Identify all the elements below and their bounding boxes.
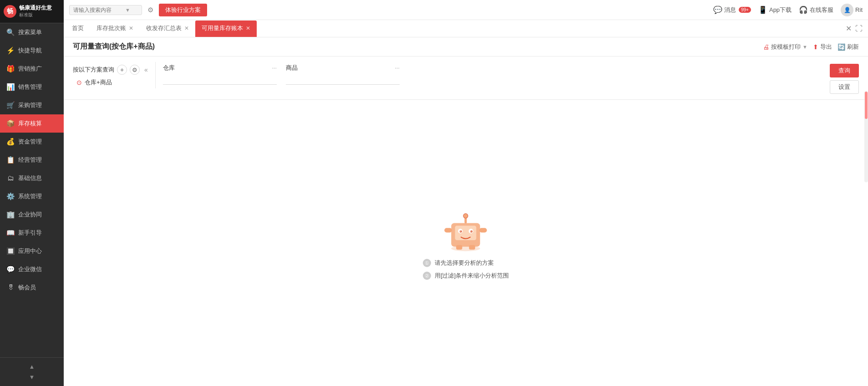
tab-batch-ledger[interactable]: 库存批次账 ✕ (90, 21, 140, 37)
tab-deposit-summary-close[interactable]: ✕ (184, 26, 189, 31)
window-close-icon[interactable]: ✕ (846, 24, 852, 33)
sidebar-item-app-center[interactable]: 🔲 应用中心 (0, 242, 64, 260)
tab-batch-ledger-close[interactable]: ✕ (129, 26, 133, 31)
empty-steps: ① 请先选择要分析的方案 ② 用[过滤]条件来缩小分析范围 (423, 259, 509, 280)
sidebar-item-wechat[interactable]: 💬 企业微信 (0, 260, 64, 278)
sidebar-item-member[interactable]: 🎖 畅会员 (0, 278, 64, 297)
filter-settings-button[interactable]: ⚙ (130, 65, 140, 75)
refresh-icon: 🔄 (838, 43, 845, 51)
sidebar-item-enterprise[interactable]: 🏢 企业协同 (0, 206, 64, 224)
product-filter-field: 商品 ··· (286, 64, 400, 85)
warehouse-field-label: 仓库 (163, 64, 175, 72)
sidebar-label-search: 搜索菜单 (18, 28, 42, 36)
print-chevron-icon: ▼ (802, 44, 807, 50)
tab-batch-ledger-label: 库存批次账 (96, 24, 126, 32)
app-download-action[interactable]: 📱 App下载 (758, 5, 792, 14)
empty-step-2: ② 用[过滤]条件来缩小分析范围 (423, 272, 509, 280)
step-2-num: ② (423, 272, 431, 280)
print-action[interactable]: 🖨 按模板打印 ▼ (763, 43, 807, 51)
online-service-action[interactable]: 🎧 在线客服 (799, 5, 833, 14)
filter-collapse-button[interactable]: « (142, 65, 150, 74)
sidebar-label-system: 系统管理 (18, 192, 42, 201)
content-area: 可用量查询(按仓库+商品) 🖨 按模板打印 ▼ ⬆ 导出 🔄 刷新 (64, 37, 868, 386)
sidebar-scroll-down[interactable]: ▼ (0, 372, 64, 382)
svg-rect-12 (469, 245, 475, 250)
empty-illustration (443, 206, 488, 252)
topbar-search-input[interactable] (73, 7, 123, 13)
right-scrollbar[interactable] (864, 91, 868, 182)
sidebar-item-sales[interactable]: 📊 销售管理 (0, 78, 64, 96)
filter-fields-section: 仓库 ··· 商品 ··· (156, 62, 822, 85)
warehouse-input[interactable] (163, 74, 277, 85)
sidebar-label-enterprise: 企业协同 (18, 211, 42, 219)
topbar-right: 💬 消息 99+ 📱 App下载 🎧 在线客服 👤 Rit (713, 4, 863, 16)
warehouse-field-more[interactable]: ··· (272, 65, 277, 71)
sidebar-item-inventory[interactable]: 📦 库存核算 (0, 114, 64, 133)
tab-deposit-summary-label: 收发存汇总表 (146, 24, 182, 32)
username-label: Rit (855, 6, 863, 13)
empty-step-1: ① 请先选择要分析的方案 (423, 259, 509, 267)
tab-available-ledger-label: 可用量库存账本 (202, 24, 243, 32)
scheme-label: 仓库+商品 (85, 78, 112, 87)
sidebar-item-procurement[interactable]: 🛒 采购管理 (0, 96, 64, 114)
search-chevron-icon: ▼ (125, 7, 130, 13)
tabs-bar: 首页 库存批次账 ✕ 收发存汇总表 ✕ 可用量库存账本 ✕ ✕ ⛶ (64, 20, 868, 37)
industry-solution-button[interactable]: 体验行业方案 (159, 4, 207, 16)
scheme-icon: ⊙ (76, 79, 82, 86)
warehouse-filter-field: 仓库 ··· (163, 64, 277, 85)
sidebar: 畅 畅康通好生意 标准版 🔍 搜索菜单 ⚡ 快捷导航 🎁 营销推广 📊 销售管理… (0, 0, 64, 386)
sidebar-item-search[interactable]: 🔍 搜索菜单 (0, 23, 64, 41)
sidebar-item-basic[interactable]: 🗂 基础信息 (0, 169, 64, 187)
step-1-text: 请先选择要分析的方案 (435, 259, 494, 267)
sidebar-label-marketing: 营销推广 (18, 65, 42, 73)
export-action[interactable]: ⬆ 导出 (813, 43, 832, 51)
sidebar-item-marketing[interactable]: 🎁 营销推广 (0, 60, 64, 78)
user-profile-action[interactable]: 👤 Rit (841, 4, 863, 16)
sidebar-item-system[interactable]: ⚙️ 系统管理 (0, 187, 64, 206)
sidebar-label-procurement: 采购管理 (18, 101, 42, 109)
main-area: ▼ ⚙ 体验行业方案 💬 消息 99+ 📱 App下载 🎧 在线客服 👤 Rit (64, 0, 868, 386)
query-button[interactable]: 查询 (830, 64, 859, 77)
topbar-gear-icon[interactable]: ⚙ (147, 6, 153, 14)
headset-icon: 🎧 (799, 5, 808, 14)
book-icon: 📖 (6, 229, 15, 237)
product-input[interactable] (286, 74, 400, 85)
filter-scheme-section: 按以下方案查询 + ⚙ « ⊙ 仓库+商品 (73, 62, 156, 88)
tab-deposit-summary[interactable]: 收发存汇总表 ✕ (140, 21, 195, 37)
step-2-text: 用[过滤]条件来缩小分析范围 (435, 272, 509, 280)
svg-point-8 (463, 214, 468, 218)
tab-home[interactable]: 首页 (66, 21, 90, 37)
sidebar-item-operations[interactable]: 📋 经营管理 (0, 151, 64, 169)
app-download-label: App下载 (769, 6, 792, 14)
product-field-more[interactable]: ··· (395, 65, 400, 71)
tab-available-ledger-close[interactable]: ✕ (246, 26, 250, 31)
sidebar-header: 畅 畅康通好生意 标准版 (0, 0, 64, 23)
window-expand-icon[interactable]: ⛶ (855, 25, 863, 33)
message-action[interactable]: 💬 消息 99+ (713, 5, 751, 14)
building-icon: 🏢 (6, 211, 15, 219)
sidebar-scroll-up[interactable]: ▲ (0, 361, 64, 372)
topbar-search-box[interactable]: ▼ (69, 5, 142, 15)
sidebar-label-finance: 资金管理 (18, 138, 42, 146)
sidebar-label-inventory: 库存核算 (18, 119, 42, 128)
sidebar-item-onboarding[interactable]: 📖 新手引导 (0, 224, 64, 242)
shortcut-icon: ⚡ (6, 46, 15, 55)
clipboard-icon: 📋 (6, 156, 15, 164)
inventory-icon: 📦 (6, 119, 15, 128)
topbar: ▼ ⚙ 体验行业方案 💬 消息 99+ 📱 App下载 🎧 在线客服 👤 Rit (64, 0, 868, 20)
scheme-item-warehouse-product[interactable]: ⊙ 仓库+商品 (73, 77, 150, 88)
settings-button[interactable]: 设置 (830, 80, 859, 94)
tab-available-ledger[interactable]: 可用量库存账本 ✕ (195, 21, 257, 37)
medal-icon: 🎖 (6, 283, 15, 291)
gift-icon: 🎁 (6, 65, 15, 73)
sidebar-label-basic: 基础信息 (18, 174, 42, 182)
message-badge: 99+ (739, 7, 751, 13)
gear-icon: ⚙️ (6, 192, 15, 201)
wechat-icon: 💬 (6, 265, 15, 273)
sidebar-item-finance[interactable]: 💰 资金管理 (0, 133, 64, 151)
refresh-action[interactable]: 🔄 刷新 (838, 43, 859, 51)
sidebar-label-shortcut: 快捷导航 (18, 46, 42, 55)
filter-add-button[interactable]: + (117, 65, 127, 75)
sidebar-item-shortcut[interactable]: ⚡ 快捷导航 (0, 41, 64, 60)
export-label: 导出 (820, 43, 832, 51)
